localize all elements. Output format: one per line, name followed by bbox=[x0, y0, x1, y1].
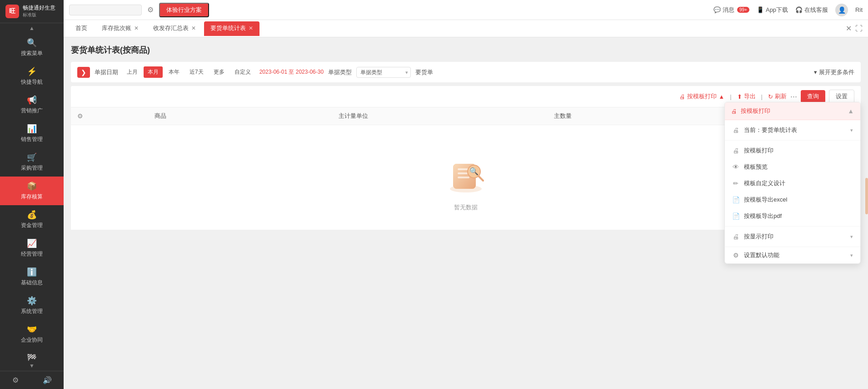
sidebar-item-search[interactable]: 🔍 搜索菜单 bbox=[0, 33, 64, 62]
user-avatar[interactable]: 👤 bbox=[835, 4, 848, 16]
dropdown-item-template-preview[interactable]: 👁 模板预览 bbox=[725, 159, 860, 175]
sidebar-item-operations[interactable]: 📈 经营管理 bbox=[0, 234, 64, 263]
sidebar-item-label: 企业协同 bbox=[21, 336, 43, 344]
dropdown-item-template-design[interactable]: ✏ 模板自定义设计 bbox=[725, 175, 860, 192]
date-this-year[interactable]: 本年 bbox=[165, 66, 184, 78]
dropdown-item-template-excel[interactable]: 📄 按模板导出excel bbox=[725, 192, 860, 208]
template-print-label: 按模板打印 bbox=[744, 147, 773, 155]
printer-icon: 🖨 bbox=[679, 93, 685, 100]
template-design-label: 模板自定义设计 bbox=[744, 179, 785, 187]
date-current-month[interactable]: 本月 bbox=[144, 66, 163, 78]
filter-expand-toggle[interactable]: ❯ bbox=[77, 67, 90, 78]
sales-icon: 📊 bbox=[27, 124, 37, 134]
date-custom[interactable]: 自定义 bbox=[230, 66, 255, 78]
current-template-expand: ▾ bbox=[850, 127, 853, 133]
sidebar-item-basic[interactable]: ℹ️ 基础信息 bbox=[0, 263, 64, 291]
inventory-icon: 📦 bbox=[27, 181, 37, 191]
dropdown-header-label: 按模板打印 bbox=[741, 107, 770, 115]
dropdown-display-item[interactable]: 🖨 按显示打印 ▾ bbox=[725, 228, 860, 245]
export-btn[interactable]: ⬆ 导出 bbox=[737, 92, 756, 101]
default-func-icon: ⚙ bbox=[732, 252, 739, 259]
sidebar-item-guide[interactable]: 🏁 新手引导 bbox=[0, 349, 64, 361]
doc-type-select[interactable]: 单据类型 bbox=[356, 67, 411, 78]
sidebar-bottom: ⚙ 🔊 bbox=[0, 371, 64, 389]
scroll-up[interactable]: ▲ bbox=[0, 23, 64, 33]
sidebar-item-marketing[interactable]: 📢 营销推广 bbox=[0, 91, 64, 119]
export-icon: ⬆ bbox=[737, 93, 742, 100]
more-icon[interactable]: ··· bbox=[790, 92, 797, 101]
sidebar-item-label: 库存核算 bbox=[21, 193, 43, 201]
export-label: 导出 bbox=[744, 92, 756, 101]
collab-icon: 🤝 bbox=[27, 324, 37, 334]
trial-button[interactable]: 体验行业方案 bbox=[159, 3, 209, 17]
online-service-label: 在线客服 bbox=[804, 6, 828, 14]
settings-gear-icon[interactable]: ⚙ bbox=[147, 5, 154, 14]
dropdown-collapse-icon[interactable]: ▲ bbox=[848, 107, 854, 115]
refresh-label: 刷新 bbox=[775, 92, 787, 101]
sidebar-item-finance[interactable]: 💰 资金管理 bbox=[0, 205, 64, 234]
dropdown-default-item[interactable]: ⚙ 设置默认功能 ▾ bbox=[725, 247, 860, 263]
date-range-display: 2023-06-01 至 2023-06-30 bbox=[259, 68, 324, 76]
sidebar-item-sales[interactable]: 📊 销售管理 bbox=[0, 119, 64, 148]
sidebar-item-quicknav[interactable]: ⚡ 快捷导航 bbox=[0, 62, 64, 91]
sidebar-item-inventory[interactable]: 📦 库存核算 bbox=[0, 177, 64, 205]
sidebar-item-purchase[interactable]: 🛒 采购管理 bbox=[0, 148, 64, 177]
date-prev-month[interactable]: 上月 bbox=[123, 66, 142, 78]
scroll-indicator bbox=[865, 178, 868, 214]
dropdown-item-template-pdf[interactable]: 📄 按模板导出pdf bbox=[725, 208, 860, 224]
refresh-btn[interactable]: ↻ 刷新 bbox=[768, 92, 787, 101]
tab-order-stats[interactable]: 要货单统计表 ✕ bbox=[204, 21, 259, 36]
online-service-button[interactable]: 🎧 在线客服 bbox=[795, 6, 828, 14]
tab-home[interactable]: 首页 bbox=[69, 21, 94, 36]
close-all-tabs-icon[interactable]: ✕ bbox=[846, 24, 852, 33]
app-download-label: App下载 bbox=[766, 6, 788, 14]
quicknav-icon: ⚡ bbox=[27, 66, 37, 76]
sidebar-item-label: 系统管理 bbox=[21, 308, 43, 315]
topbar-search-input[interactable] bbox=[69, 5, 142, 15]
sidebar-item-label: 快捷导航 bbox=[21, 78, 43, 86]
sidebar-item-system[interactable]: ⚙️ 系统管理 bbox=[0, 291, 64, 320]
expand-tabs-icon[interactable]: ⛶ bbox=[855, 25, 863, 33]
expand-more-btn[interactable]: ▾ 展开更多条件 bbox=[814, 68, 854, 76]
dropdown-display-left: 🖨 按显示打印 bbox=[732, 232, 773, 241]
query-button[interactable]: 查询 bbox=[801, 90, 825, 103]
sidebar-item-label: 基础信息 bbox=[21, 279, 43, 287]
dropdown-default-section: ⚙ 设置默认功能 ▾ bbox=[725, 247, 860, 263]
scroll-down[interactable]: ▼ bbox=[0, 361, 64, 371]
messages-button[interactable]: 💬 消息 99+ bbox=[713, 6, 749, 14]
template-preview-icon: 👁 bbox=[732, 163, 739, 171]
dropdown-current-item[interactable]: 🖨 当前：要货单统计表 ▾ bbox=[725, 122, 860, 138]
template-design-icon: ✏ bbox=[732, 180, 739, 187]
volume-icon[interactable]: 🔊 bbox=[43, 376, 52, 384]
print-template-btn[interactable]: 🖨 按模板打印 ▲ bbox=[679, 92, 724, 101]
tabs-actions: ✕ ⛶ bbox=[846, 24, 863, 33]
date-last7days[interactable]: 近7天 bbox=[185, 66, 208, 78]
dropdown-header[interactable]: 🖨 按模板打印 ▲ bbox=[725, 102, 860, 120]
topbar-right: 💬 消息 99+ 📱 App下载 🎧 在线客服 👤 Rit bbox=[713, 4, 863, 16]
svg-rect-4 bbox=[458, 172, 468, 174]
current-template-label: 当前：要货单统计表 bbox=[744, 126, 797, 134]
settings-bottom-icon[interactable]: ⚙ bbox=[12, 376, 19, 384]
date-more[interactable]: 更多 bbox=[210, 66, 229, 78]
dropdown-item-template-print[interactable]: 🖨 按模板打印 bbox=[725, 142, 860, 159]
logo-icon: 旺 bbox=[5, 5, 19, 18]
topbar: ⚙ 体验行业方案 💬 消息 99+ 📱 App下载 🎧 在线客服 👤 Rit bbox=[64, 0, 868, 20]
template-preview-label: 模板预览 bbox=[744, 163, 768, 171]
app-download-button[interactable]: 📱 App下载 bbox=[757, 6, 788, 14]
sidebar-item-collab[interactable]: 🤝 企业协同 bbox=[0, 320, 64, 349]
page-content: 要货单统计表(按商品) ❯ 单据日期 上月 本月 本年 近7天 更多 自定义 2… bbox=[64, 37, 868, 389]
table-gear-icon[interactable]: ⚙ bbox=[77, 112, 83, 120]
tab-receipts-summary[interactable]: 收发存汇总表 ✕ bbox=[147, 21, 202, 36]
tabs-bar: 首页 库存批次账 ✕ 收发存汇总表 ✕ 要货单统计表 ✕ ✕ ⛶ bbox=[64, 20, 868, 37]
tab-inventory-batch[interactable]: 库存批次账 ✕ bbox=[95, 21, 145, 36]
tab-inventory-batch-close[interactable]: ✕ bbox=[134, 25, 139, 31]
tab-receipts-summary-close[interactable]: ✕ bbox=[191, 25, 196, 31]
template-pdf-icon: 📄 bbox=[732, 212, 739, 220]
tab-order-stats-close[interactable]: ✕ bbox=[249, 25, 253, 31]
settings-button[interactable]: 设置 bbox=[829, 90, 854, 103]
sidebar-item-label: 销售管理 bbox=[21, 136, 43, 143]
template-excel-label: 按模板导出excel bbox=[744, 196, 787, 204]
tab-order-stats-label: 要货单统计表 bbox=[210, 24, 246, 32]
expand-more-label: 展开更多条件 bbox=[819, 68, 854, 76]
col-settings: ⚙ bbox=[71, 107, 90, 125]
